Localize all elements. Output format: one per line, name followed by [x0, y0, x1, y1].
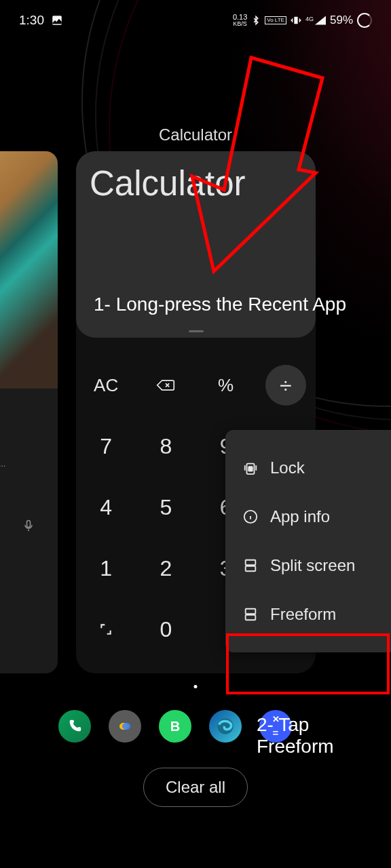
data-rate: 0.13 KB/S	[233, 14, 247, 26]
key-backspace[interactable]	[145, 365, 186, 406]
key-4[interactable]: 4	[86, 487, 126, 528]
key-8[interactable]: 8	[145, 426, 186, 467]
signal-icon: 4G	[305, 16, 326, 25]
menu-label: Split screen	[270, 556, 355, 575]
svg-rect-11	[246, 560, 256, 565]
lock-icon	[243, 460, 258, 475]
svg-rect-12	[246, 566, 256, 571]
dock-app-whatsapp[interactable]: B	[159, 710, 191, 743]
vibrate-icon	[291, 15, 301, 26]
battery-percent: 59%	[330, 14, 353, 27]
menu-item-freeform[interactable]: Freeform	[225, 590, 391, 639]
volte-icon: Vo LTE	[265, 16, 286, 24]
page-indicator	[194, 685, 198, 688]
recent-app-context-menu: Lock App info Split screen Freeform	[225, 430, 391, 652]
annotation-step1: 1- Long-press the Recent App	[94, 294, 346, 315]
key-ac[interactable]: AC	[86, 365, 126, 406]
info-icon	[243, 509, 258, 524]
key-percent[interactable]: %	[206, 365, 246, 406]
status-bar: 1:30 0.13 KB/S Vo LTE 4G 59%	[0, 0, 391, 41]
mic-icon	[22, 519, 35, 532]
annotation-step2: 2- Tap Freeform	[257, 714, 391, 757]
drag-handle-icon	[189, 330, 204, 332]
split-screen-icon	[243, 558, 258, 573]
key-7[interactable]: 7	[86, 426, 126, 467]
key-2[interactable]: 2	[145, 548, 186, 589]
svg-rect-4	[27, 521, 31, 528]
dock-app-dialer[interactable]	[58, 710, 91, 743]
svg-rect-14	[246, 615, 256, 620]
key-expand[interactable]	[86, 609, 126, 650]
freeform-icon	[243, 607, 258, 622]
clear-all-button[interactable]: Clear all	[143, 768, 248, 807]
reddit-label: reddit: the fro…	[0, 460, 6, 468]
status-time: 1:30	[19, 13, 44, 28]
key-1[interactable]: 1	[86, 548, 126, 589]
svg-rect-9	[248, 467, 253, 471]
calculator-title: Calculator	[90, 163, 302, 203]
svg-rect-1	[294, 17, 297, 24]
recent-app-label: Calculator	[0, 125, 391, 144]
annotation-highlight-box	[226, 633, 390, 694]
menu-item-split-screen[interactable]: Split screen	[225, 541, 391, 590]
menu-label: Lock	[270, 458, 305, 477]
peek-thumbnail	[0, 151, 58, 389]
svg-rect-13	[246, 609, 256, 614]
menu-label: App info	[270, 507, 330, 526]
menu-item-lock[interactable]: Lock	[225, 443, 391, 492]
picture-icon	[51, 14, 63, 26]
key-5[interactable]: 5	[145, 487, 186, 528]
dock-app-wallet[interactable]	[109, 710, 141, 743]
menu-item-app-info[interactable]: App info	[225, 492, 391, 541]
key-divide[interactable]: ÷	[265, 365, 306, 406]
key-0[interactable]: 0	[145, 609, 186, 650]
dock-app-edge[interactable]	[209, 710, 242, 743]
bluetooth-icon	[251, 14, 261, 26]
menu-label: Freeform	[270, 605, 336, 624]
recent-app-card-peek[interactable]: reddit: the fro…	[0, 151, 58, 673]
battery-ring-icon	[357, 13, 372, 28]
